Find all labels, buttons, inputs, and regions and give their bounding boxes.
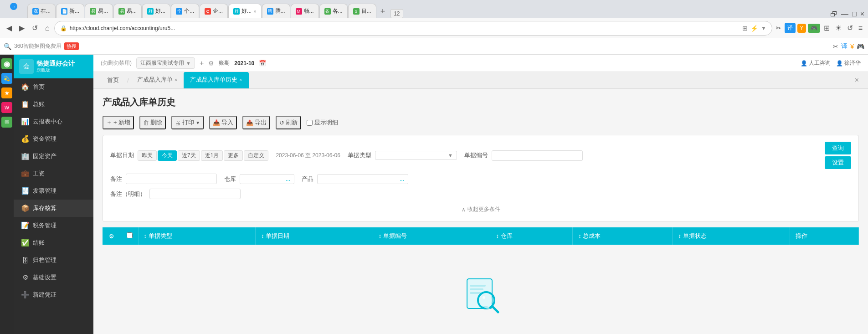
date-btn-more[interactable]: 更多 <box>224 150 243 161</box>
close-browser-btn[interactable]: × <box>860 10 864 18</box>
search-btn[interactable]: 查询 <box>825 142 851 154</box>
company-select[interactable]: 江西服宝测试专用 ▼ <box>136 57 195 69</box>
product-select[interactable]: ... <box>317 174 408 184</box>
date-btn-7days[interactable]: 近7天 <box>178 150 200 161</box>
tab-12[interactable]: S 目... <box>348 4 376 18</box>
sidebar-item-home[interactable]: 🏠 首页 <box>14 78 93 96</box>
grid-icon[interactable]: ⊞ <box>742 25 748 32</box>
dropdown-icon[interactable]: ▼ <box>761 25 766 31</box>
date-btn-custom[interactable]: 自定义 <box>244 150 268 161</box>
sidebar-item-cash[interactable]: 💰 资金管理 <box>14 130 93 148</box>
sidebar-item-invoice[interactable]: 🧾 发票管理 <box>14 182 93 200</box>
scissors-btn[interactable]: ✂ <box>774 23 783 33</box>
home-button[interactable]: ⌂ <box>42 22 52 34</box>
translate-icon[interactable]: 译 <box>841 42 847 51</box>
col-settings[interactable]: ⚙ <box>103 227 121 245</box>
game-btn[interactable]: 🎮 <box>808 24 820 33</box>
mail-icon[interactable]: ✉ <box>1 117 12 128</box>
maximize-btn[interactable]: □ <box>852 10 857 18</box>
restore-btn[interactable]: 🗗 <box>830 10 837 18</box>
tab-10[interactable]: M 畅... <box>291 4 319 18</box>
currency-btn[interactable]: ¥ <box>797 24 806 33</box>
game-icon[interactable]: 🎮 <box>857 43 864 50</box>
col-cost[interactable]: ↕ 总成本 <box>573 227 673 245</box>
sidebar-item-assets[interactable]: 🏢 固定资产 <box>14 148 93 165</box>
refresh-button[interactable]: ↺ <box>29 22 41 34</box>
tab-list[interactable]: 产成品入库单 × <box>131 72 184 88</box>
new-tab-button[interactable]: + <box>377 7 389 16</box>
sidebar-item-report[interactable]: 📊 云报表中心 <box>14 113 93 130</box>
date-btn-today[interactable]: 今天 <box>158 150 177 161</box>
add-company-btn[interactable]: + <box>200 59 204 67</box>
tab-6[interactable]: 个 个... <box>171 4 199 18</box>
weibo-icon[interactable]: W <box>1 102 12 113</box>
tab-list-close[interactable]: × <box>175 77 177 82</box>
sidebar-item-settings[interactable]: ⚙ 基础设置 <box>14 269 93 286</box>
col-type[interactable]: ↕ 单据类型 <box>138 227 256 245</box>
refresh-btn[interactable]: ↺ 刷新 <box>276 116 301 129</box>
settings-gear-icon[interactable]: ⚙ <box>208 60 214 67</box>
consult-btn[interactable]: 👤 人工咨询 <box>801 59 831 67</box>
tab-5[interactable]: 好 好... <box>142 4 170 18</box>
grid-view-btn[interactable]: ⊞ <box>822 22 832 34</box>
sidebar-item-ledger[interactable]: 📋 总账 <box>14 96 93 113</box>
sidebar-item-inventory[interactable]: 📦 库存核算 <box>14 200 93 217</box>
warehouse-label: 仓库 <box>224 175 236 183</box>
print-btn[interactable]: 🖨 打印 ▼ <box>171 116 204 129</box>
warehouse-select[interactable]: ... <box>240 174 294 184</box>
sidebar-item-tax[interactable]: 📝 税务管理 <box>14 217 93 234</box>
export-btn[interactable]: 📤 导出 <box>242 116 270 129</box>
col-date[interactable]: ↕ 单据日期 <box>256 227 373 245</box>
sidebar-item-archive[interactable]: 🗄 归档管理 <box>14 252 93 269</box>
cut-icon[interactable]: ✂ <box>833 43 838 50</box>
star-icon[interactable]: ★ <box>1 87 12 98</box>
refresh2-btn[interactable]: ↺ <box>845 22 855 34</box>
user-avatar[interactable]: 👤 徐泽华 <box>836 59 861 67</box>
date-btn-yesterday[interactable]: 昨天 <box>138 150 157 161</box>
tab-history-close[interactable]: × <box>239 77 242 82</box>
col-status[interactable]: ↕ 单据状态 <box>673 227 790 245</box>
select-all-checkbox[interactable] <box>127 232 133 238</box>
tab-3[interactable]: 易 易... <box>85 4 113 18</box>
main-app-icon[interactable]: ◉ <box>1 58 12 69</box>
sidebar-item-salary[interactable]: 💼 工资 <box>14 165 93 182</box>
show-detail-checkbox[interactable] <box>307 120 313 126</box>
tab-2[interactable]: 📄 新... <box>56 4 84 18</box>
sidebar-item-settlement[interactable]: ✅ 结账 <box>14 234 93 252</box>
settings-btn[interactable]: ≡ <box>857 22 864 34</box>
tab-7[interactable]: C 企... <box>200 4 228 18</box>
close-all-btn[interactable]: × <box>853 74 861 86</box>
forward-button[interactable]: ▶ <box>16 22 27 34</box>
back-button[interactable]: ◀ <box>4 22 15 34</box>
filter-setting-btn[interactable]: 设置 <box>825 156 851 169</box>
calendar-icon[interactable]: 📅 <box>259 60 266 67</box>
collapse-btn[interactable]: ∧ 收起更多条件 <box>110 204 851 215</box>
360-icon[interactable]: 💫 <box>1 73 12 84</box>
col-checkbox[interactable] <box>121 227 138 245</box>
theme-btn[interactable]: ☀ <box>833 22 843 34</box>
tab-4[interactable]: 易 易... <box>113 4 142 18</box>
voucher-type-select[interactable]: ▼ <box>375 151 457 160</box>
sidebar-item-newvoucher[interactable]: ➕ 新建凭证 <box>14 286 93 303</box>
translate-btn[interactable]: 译 <box>785 23 796 33</box>
remark-input[interactable] <box>126 174 217 184</box>
minimize-btn[interactable]: — <box>841 10 848 18</box>
delete-btn[interactable]: 🗑 删除 <box>139 116 166 129</box>
url-bar[interactable]: 🔒 https://cloud.chanjet.com/accounting/u… <box>54 21 772 36</box>
remark-detail-input[interactable] <box>149 189 241 199</box>
tab-count-badge[interactable]: 12 <box>390 9 403 18</box>
tab-1[interactable]: 在 在... <box>27 4 56 18</box>
tab-breadcrumb-home[interactable]: 首页 <box>101 72 125 88</box>
tab-9[interactable]: 腾 腾... <box>262 4 290 18</box>
voucher-no-input[interactable] <box>492 150 583 161</box>
import-btn[interactable]: 📥 导入 <box>209 116 237 129</box>
tab-history[interactable]: 产成品入库单历史 × <box>184 72 248 88</box>
tab-8[interactable]: 好 好... × <box>228 4 261 18</box>
date-btn-1month[interactable]: 近1月 <box>201 150 223 161</box>
add-btn[interactable]: ＋ + 新增 <box>103 116 134 129</box>
bolt-icon[interactable]: ⚡ <box>750 25 758 32</box>
yen-icon[interactable]: ¥ <box>850 43 854 50</box>
col-warehouse[interactable]: ↕ 仓库 <box>490 227 573 245</box>
col-no[interactable]: ↕ 单据编号 <box>373 227 490 245</box>
tab-11[interactable]: 各 各... <box>319 4 348 18</box>
